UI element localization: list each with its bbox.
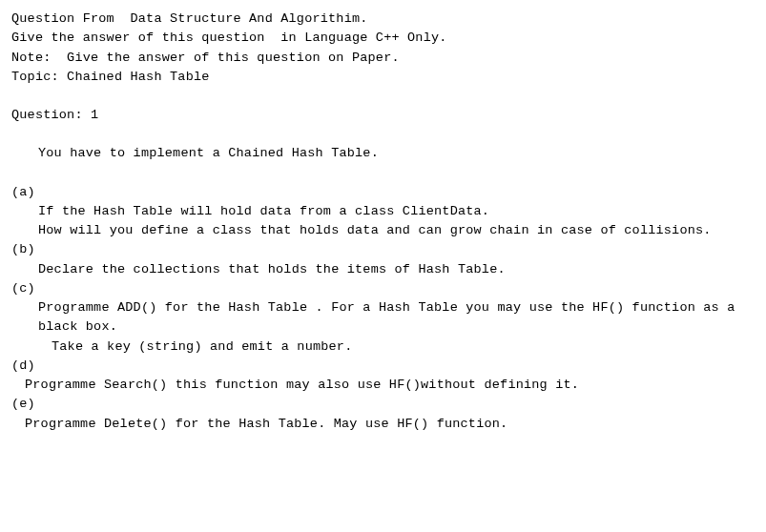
part-c-text-2: Take a key (string) and emit a number. — [11, 338, 755, 357]
part-e-text-1: Programme Delete() for the Hash Table. M… — [11, 415, 755, 434]
part-e-label: (e) — [11, 395, 755, 414]
part-b-label: (b) — [11, 240, 755, 259]
spacer — [11, 164, 755, 183]
spacer — [11, 87, 755, 106]
part-a-label: (a) — [11, 183, 755, 202]
header-line-1: Question From Data Structure And Algorit… — [11, 10, 755, 29]
part-d-text-1: Programme Search() this function may als… — [11, 376, 755, 395]
part-a-text-2: How will you define a class that holds d… — [11, 221, 755, 240]
part-b-text-1: Declare the collections that holds the i… — [11, 260, 755, 279]
question-label: Question: 1 — [11, 106, 755, 125]
header-line-3: Note: Give the answer of this question o… — [11, 49, 755, 68]
spacer — [11, 125, 755, 144]
header-line-4: Topic: Chained Hash Table — [11, 68, 755, 87]
header-line-2: Give the answer of this question in Lang… — [11, 29, 755, 48]
part-c-text-1: Programme ADD() for the Hash Table . For… — [11, 298, 755, 338]
part-a-text-1: If the Hash Table will hold data from a … — [11, 202, 755, 221]
question-intro: You have to implement a Chained Hash Tab… — [11, 144, 755, 163]
part-c-label: (c) — [11, 279, 755, 298]
part-d-label: (d) — [11, 357, 755, 376]
